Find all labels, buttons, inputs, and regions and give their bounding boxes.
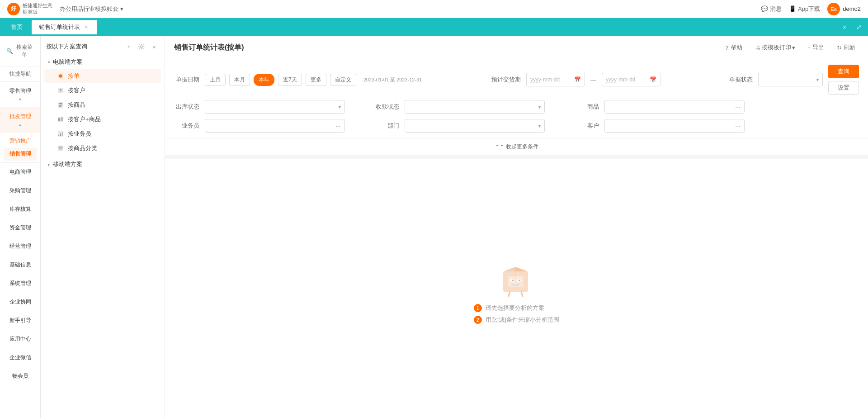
sidebar-item-appcenter[interactable]: 应用中心 [0,330,40,348]
date-btn-more[interactable]: 更多 [306,74,326,86]
scheme-settings-button[interactable] [137,42,146,52]
date-btn-this-year[interactable]: 本年 [254,74,274,86]
help-icon: ? [725,44,728,51]
print-dropdown-arrow: ▾ [792,44,795,51]
phone-icon: 📱 [789,5,796,12]
sidebar-item-purchase[interactable]: 采购管理 [0,181,40,200]
desktop-group-header[interactable]: ▾ 电脑端方案 [44,55,161,69]
collapse-more-button[interactable]: ⌃⌃ 收起更多条件 [495,143,538,151]
sidebar-item-ecommerce[interactable]: 电商管理 [0,163,40,181]
receipt-select-arrow: ▾ [538,104,541,109]
chevron-icon: ▴ [19,122,21,127]
expand-icon-mobile: ▸ [48,162,50,167]
date-filter-label: 单据日期 [174,76,199,84]
app-download-button[interactable]: 📱 App下载 [789,5,820,13]
settings-button[interactable]: 设置 [828,81,859,95]
svg-rect-14 [60,133,61,136]
sidebar-sub-sales[interactable]: 销售管理 [4,147,37,161]
sidebar-item-retail[interactable]: 零售管理 ▾ [0,82,40,107]
customer-more-icon: ··· [735,122,741,129]
scheme-by-customer-goods[interactable]: 按客户+商品 [44,112,161,127]
calendar-icon: 📅 [574,76,581,83]
expected-date-start[interactable]: yyyy-mm-dd 📅 [526,73,585,86]
template-print-button[interactable]: 🖨 按模板打印 ▾ [751,42,799,53]
tab-bar-actions: × ⤢ [839,22,864,33]
scheme-by-customer[interactable]: 按客户 [44,83,161,98]
svg-rect-15 [62,132,63,136]
salesman-more-icon: ··· [335,122,341,129]
goods-input[interactable]: ··· [604,100,745,114]
sidebar-item-inventory[interactable]: 库存核算 [0,200,40,218]
export-button[interactable]: ↑ 导出 [804,42,828,53]
window-expand-button[interactable]: ⤢ [854,22,864,33]
left-panel: 按以下方案查询 + « ▾ 电脑端方案 [41,36,165,418]
date-range-display: 2023-01-01 至 2023-12-31 [363,76,422,83]
mobile-group-header[interactable]: ▸ 移动端方案 [44,157,161,171]
query-button[interactable]: 查询 [828,65,859,78]
add-scheme-button[interactable]: + [124,42,134,52]
goods-scheme-icon [57,101,64,109]
empty-state: 1 请先选择要分析的方案 2 用[过滤]条件来缩小分析范围 [165,159,868,418]
salesman-input[interactable]: ··· [205,119,345,133]
date-btn-this-month[interactable]: 本月 [229,74,250,86]
message-button[interactable]: 💬 消息 [761,5,782,13]
left-panel-header: 按以下方案查询 + « [41,36,165,55]
scheme-by-goods-category[interactable]: 按商品分类 [44,141,161,156]
filter-row-3: 业务员 ··· 部门 ▾ 客户 ··· [174,119,859,133]
chevron-down-icon: ▾ [120,5,123,12]
svg-point-25 [512,280,514,281]
customer-input[interactable]: ··· [604,119,745,133]
workspace-selector[interactable]: 办公用品行业模拟账套 ▾ [56,3,127,15]
date-btn-7days[interactable]: 近7天 [278,74,302,86]
sidebar-item-finance[interactable]: 资金管理 [0,218,40,237]
tab-home[interactable]: 首页 [4,20,30,34]
dept-label: 部门 [374,122,399,130]
sidebar-item-wholesale[interactable]: 批发管理 ▴ [0,107,40,133]
sidebar-item-enterprise[interactable]: 企业协同 [0,293,40,311]
refresh-button[interactable]: ↻ 刷新 [833,42,859,53]
quick-nav-button[interactable]: 快捷导航 [0,66,40,82]
receipt-status-select[interactable]: ▾ [405,100,545,114]
svg-rect-19 [59,150,62,151]
sidebar-item-member[interactable]: 畅会员 [0,367,40,385]
filter-area: 单据日期 上月 本月 本年 近7天 更多 自定义 2023-01-01 至 20… [165,59,868,138]
sidebar-search-area: 🔍 搜索菜单 [0,36,40,66]
sidebar-item-system[interactable]: 系统管理 [0,274,40,293]
message-icon: 💬 [761,5,768,12]
expected-date-label: 预计交货期 [489,76,521,84]
settings-icon [138,43,145,50]
sidebar-sub-marketing[interactable]: 营销推广 [4,134,37,147]
expected-date-end[interactable]: yyyy-mm-dd 📅 [602,73,660,86]
sidebar-item-newguide[interactable]: 新手引导 [0,311,40,330]
scheme-list: ▾ 电脑端方案 按单 [41,55,165,171]
scheme-by-goods[interactable]: 按商品 [44,98,161,112]
calendar-icon-end: 📅 [650,76,656,83]
tab-sales-order-stats[interactable]: 销售订单统计表 × [32,20,97,34]
scheme-by-order[interactable]: 按单 [44,69,161,83]
scheme-by-salesman[interactable]: 按业务员 [44,127,161,141]
out-status-select[interactable]: ▾ [205,100,345,114]
export-icon: ↑ [808,44,811,51]
help-button[interactable]: ? 帮助 [722,42,745,53]
dept-select[interactable]: ▾ [405,119,545,133]
sidebar-item-operation[interactable]: 经营管理 [0,237,40,256]
tab-bar: 首页 销售订单统计表 × × ⤢ [0,18,868,36]
refresh-icon: ↻ [837,44,842,51]
date-btn-custom[interactable]: 自定义 [330,74,356,86]
window-close-button[interactable]: × [839,22,850,33]
empty-tip-1: 1 请先选择要分析的方案 [474,304,559,312]
tab-close-icon[interactable]: × [83,24,90,31]
top-bar-left: 好 畅捷通好生意 标准版 办公用品行业模拟账套 ▾ [7,3,127,15]
sidebar-item-basics[interactable]: 基础信息 [0,256,40,274]
doc-status-select[interactable]: ▾ [758,73,823,86]
sidebar-item-wechat[interactable]: 企业微信 [0,348,40,367]
tip-number-1: 1 [474,304,482,312]
search-menu-button[interactable]: 🔍 搜索菜单 [4,41,37,62]
empty-tips: 1 请先选择要分析的方案 2 用[过滤]条件来缩小分析范围 [474,304,559,324]
filter-row-1: 单据日期 上月 本月 本年 近7天 更多 自定义 2023-01-01 至 20… [174,65,859,95]
user-area[interactable]: Ea demo2 [827,3,861,15]
main-layout: 🔍 搜索菜单 快捷导航 零售管理 ▾ 批发管理 ▴ 营销推广 销售管理 电商管理… [0,36,868,418]
svg-rect-18 [59,148,62,149]
collapse-panel-button[interactable]: « [149,42,159,52]
date-btn-last-month[interactable]: 上月 [205,74,226,86]
